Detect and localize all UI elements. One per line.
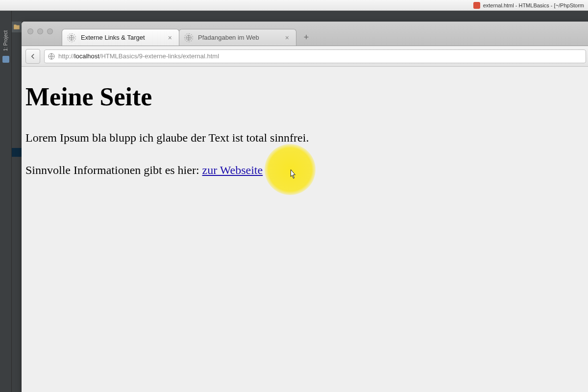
ide-tool-icon[interactable] [2, 56, 9, 63]
url-scheme: http:// [58, 52, 74, 60]
url-host: localhost [74, 52, 99, 60]
page-paragraph-2: Sinnvolle Informationen gibt es hier: zu… [25, 162, 586, 178]
browser-toolbar: http://localhost/HTMLBasics/9-externe-li… [22, 46, 588, 67]
globe-icon [48, 52, 55, 60]
window-close-dot[interactable] [27, 28, 33, 34]
back-button[interactable] [25, 49, 40, 64]
browser-tab-0[interactable]: Externe Links & Target × [62, 29, 179, 46]
globe-icon [184, 33, 193, 42]
browser-tab-label: Externe Links & Target [81, 34, 145, 41]
window-minimize-dot[interactable] [37, 28, 43, 34]
ide-selected-row-indicator [12, 148, 22, 157]
url-path: /HTMLBasics/9-externe-links/external.htm… [99, 52, 219, 60]
browser-tabstrip: Externe Links & Target × Pfadangaben im … [22, 22, 588, 46]
browser-tab-label: Pfadangaben im Web [198, 34, 259, 41]
paragraph-2-prefix: Sinnvolle Informationen gibt es hier: [25, 164, 202, 176]
ide-project-folder-icon[interactable] [12, 22, 22, 32]
new-tab-button[interactable]: + [299, 30, 314, 44]
address-bar[interactable]: http://localhost/HTMLBasics/9-externe-li… [44, 49, 586, 63]
phpstorm-icon [473, 2, 480, 9]
page-viewport: Meine Seite Lorem Ipsum bla blupp ich gl… [22, 67, 588, 392]
url-text: http://localhost/HTMLBasics/9-externe-li… [58, 52, 219, 60]
ide-tool-gutter: 1: Project [0, 11, 12, 392]
window-zoom-dot[interactable] [47, 28, 53, 34]
tab-close-icon[interactable]: × [166, 34, 174, 42]
browser-window: Externe Links & Target × Pfadangaben im … [22, 22, 588, 392]
page-heading: Meine Seite [25, 82, 586, 111]
page-paragraph-1: Lorem Ipsum bla blupp ich glaube der Tex… [25, 130, 586, 146]
chevron-left-icon [28, 52, 37, 61]
external-link[interactable]: zur Webseite [202, 164, 263, 176]
globe-icon [67, 33, 76, 42]
window-traffic-lights[interactable] [27, 28, 53, 34]
ide-project-tool-label[interactable]: 1: Project [3, 30, 8, 51]
tab-close-icon[interactable]: × [283, 34, 291, 42]
browser-tab-1[interactable]: Pfadangaben im Web × [179, 29, 296, 46]
mac-menubar: external.html - HTMLBasics - [~/PhpStorm [0, 0, 588, 11]
mac-app-title: external.html - HTMLBasics - [~/PhpStorm [483, 2, 584, 8]
